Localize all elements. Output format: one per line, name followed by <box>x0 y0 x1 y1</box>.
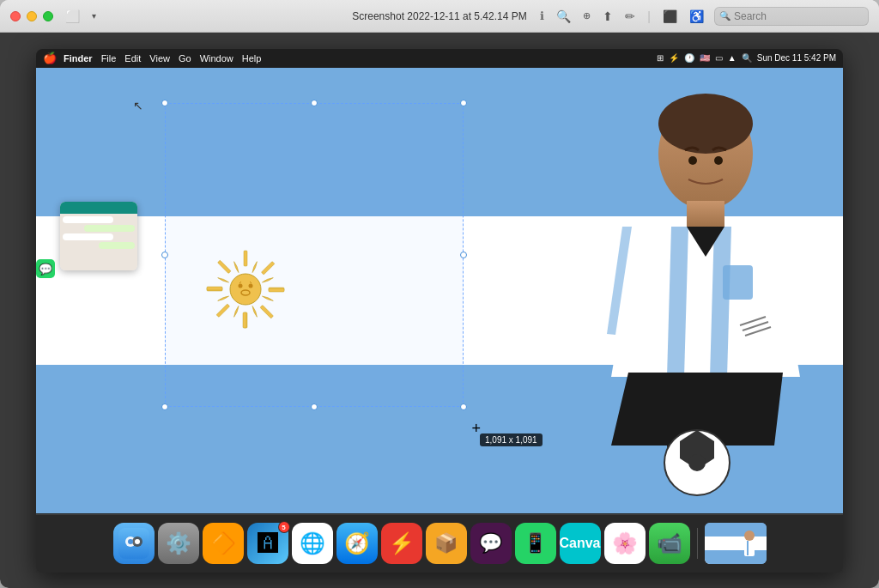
dock-item-photos[interactable]: 🌸 <box>604 523 646 564</box>
appstore-badge: 5 <box>278 521 290 533</box>
chevron-down-icon[interactable]: ▾ <box>92 11 96 21</box>
svg-rect-35 <box>705 523 767 536</box>
help-menu[interactable]: Help <box>242 53 262 64</box>
handle-bot-mid[interactable] <box>311 403 318 410</box>
dock: ⚙️ 🔶 🅰 5 🌐 🧭 <box>36 514 843 573</box>
menubar-bolt-icon: ⚡ <box>669 53 679 63</box>
sidebar-toggle-icon[interactable]: ⬜ <box>65 9 80 23</box>
view-menu[interactable]: View <box>149 53 170 64</box>
menubar-right: ⊞ ⚡ 🕐 🇺🇸 ▭ ▲ 🔍 Sun Dec 11 5:42 PM <box>657 53 836 63</box>
reeder-icon: ⚡ <box>381 523 422 564</box>
dock-item-finder[interactable] <box>113 523 155 564</box>
window-icon[interactable]: ⬛ <box>663 9 677 23</box>
handle-bot-left[interactable] <box>161 403 168 410</box>
system-prefs-icon: ⚙️ <box>158 523 199 564</box>
minimize-button[interactable] <box>27 11 37 21</box>
go-menu[interactable]: Go <box>179 53 191 64</box>
whatsapp-logo: 💬 <box>39 263 52 276</box>
menubar-clock-icon: 🕐 <box>684 53 694 63</box>
window-menu[interactable]: Window <box>200 53 233 64</box>
accessibility-icon[interactable]: ♿ <box>689 9 704 23</box>
toolbar: ⬜ ▾ <box>65 9 96 23</box>
window-title-area: Screenshot 2022-12-11 at 5.42.14 PM <box>352 10 526 22</box>
slack-icon: 💬 <box>470 523 512 564</box>
preview-inner <box>705 523 767 564</box>
svg-point-20 <box>658 94 753 154</box>
dimension-tooltip: 1,091 x 1,091 <box>480 433 543 446</box>
titlebar-right: ℹ 🔍 ⊕ ⬆ ✏ | ⬛ ♿ 🔍 <box>540 7 869 26</box>
photos-icon: 🌸 <box>604 523 646 564</box>
svg-point-23 <box>688 454 706 471</box>
svg-rect-21 <box>687 201 724 227</box>
handle-top-left[interactable] <box>161 100 168 106</box>
apple-menu-icon[interactable]: 🍎 <box>43 52 57 64</box>
menubar-battery-icon: ▭ <box>715 53 723 63</box>
vlc-icon: 🔶 <box>203 523 244 564</box>
search-bar[interactable]: 🔍 <box>714 7 869 26</box>
macos-menubar: 🍎 Finder File Edit View Go Window Help ⊞… <box>36 49 843 68</box>
wa-bubble-outgoing <box>84 225 135 232</box>
dock-item-pockity[interactable]: 📦 <box>426 523 467 564</box>
separator: | <box>647 9 651 23</box>
finder-icon <box>113 523 155 564</box>
svg-rect-39 <box>744 541 755 556</box>
menubar-flag-icon: 🇺🇸 <box>700 53 710 63</box>
dock-item-facetime[interactable]: 📹 <box>649 523 690 564</box>
search-icon: 🔍 <box>720 11 730 21</box>
menubar-search-icon[interactable]: 🔍 <box>742 53 752 63</box>
handle-mid-right[interactable] <box>460 252 467 258</box>
menubar-grid-icon: ⊞ <box>657 53 664 63</box>
close-button[interactable] <box>10 11 21 21</box>
whatsapp-app-icon: 💬 <box>36 259 55 278</box>
wa-bubble-incoming-2 <box>63 233 113 240</box>
dock-item-reeder[interactable]: ⚡ <box>381 523 422 564</box>
handle-mid-left[interactable] <box>161 252 168 258</box>
titlebar: ⬜ ▾ Screenshot 2022-12-11 at 5.42.14 PM … <box>0 0 879 33</box>
page-title: Screenshot 2022-12-11 at 5.42.14 PM <box>352 10 526 22</box>
svg-point-34 <box>135 539 140 544</box>
dock-item-whatsapp[interactable]: 📱 <box>515 523 556 564</box>
dock-item-safari[interactable]: 🧭 <box>336 523 378 564</box>
share-icon[interactable]: ⬆ <box>603 9 613 23</box>
dock-item-preview[interactable] <box>705 523 767 564</box>
handle-bot-right[interactable] <box>460 403 467 410</box>
svg-rect-36 <box>705 536 767 550</box>
zoom-in-icon[interactable]: ⊕ <box>583 10 591 21</box>
pockity-icon: 📦 <box>426 523 467 564</box>
chrome-icon: 🌐 <box>292 523 333 564</box>
dock-item-system-prefs[interactable]: ⚙️ <box>158 523 199 564</box>
edit-icon[interactable]: ✏ <box>625 9 635 23</box>
whatsapp-popup <box>60 202 137 270</box>
file-menu[interactable]: File <box>101 53 117 64</box>
preview-thumbnail <box>705 523 767 564</box>
dimension-label: 1,091 x 1,091 <box>485 435 537 445</box>
dock-item-chrome[interactable]: 🌐 <box>292 523 333 564</box>
dock-separator <box>697 528 698 559</box>
svg-rect-24 <box>723 265 753 300</box>
finder-menu[interactable]: Finder <box>64 53 93 64</box>
cursor-arrow: ↖ <box>133 99 143 112</box>
facetime-icon: 📹 <box>649 523 690 564</box>
menubar-time: Sun Dec 11 5:42 PM <box>757 53 836 63</box>
traffic-lights <box>10 11 53 21</box>
zoom-out-icon[interactable]: 🔍 <box>556 9 571 23</box>
maximize-button[interactable] <box>43 11 53 21</box>
screenshot-area: 💬 + 1,091 x 1,091 <box>36 68 843 514</box>
dock-item-canva[interactable]: Canva <box>560 523 601 564</box>
whatsapp-icon: 📱 <box>515 523 556 564</box>
dock-item-vlc[interactable]: 🔶 <box>203 523 244 564</box>
main-window: ⬜ ▾ Screenshot 2022-12-11 at 5.42.14 PM … <box>0 0 879 588</box>
handle-top-right[interactable] <box>460 100 467 106</box>
dock-item-slack[interactable]: 💬 <box>470 523 512 564</box>
svg-point-29 <box>714 156 723 165</box>
edit-menu[interactable]: Edit <box>124 53 141 64</box>
handle-top-mid[interactable] <box>311 100 318 106</box>
safari-icon: 🧭 <box>336 523 378 564</box>
selection-rectangle[interactable] <box>165 103 464 407</box>
svg-point-33 <box>128 539 133 544</box>
menubar-wifi-icon: ▲ <box>728 53 737 63</box>
dock-item-appstore[interactable]: 🅰 5 <box>247 523 288 564</box>
wa-bubble-outgoing-2 <box>99 242 135 249</box>
search-input[interactable] <box>714 7 869 26</box>
info-icon[interactable]: ℹ <box>540 9 544 22</box>
